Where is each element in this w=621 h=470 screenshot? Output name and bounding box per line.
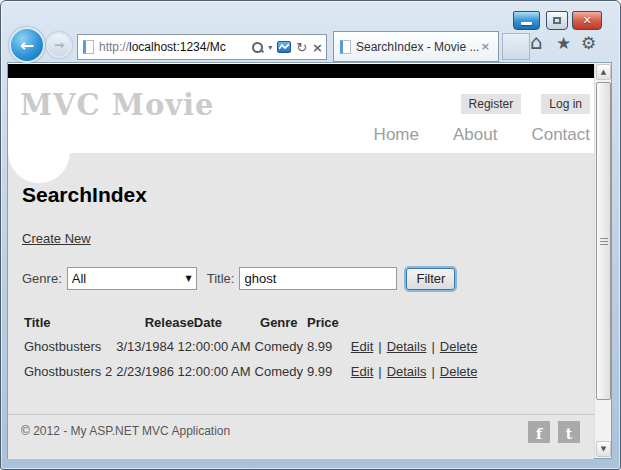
auth-links: Register Log in <box>461 94 590 114</box>
select-caret-icon: ▼ <box>186 274 192 283</box>
page-viewport: MVC Movie Register Log in Home About Con… <box>7 62 612 459</box>
filter-form: Genre: All ▼ Title: Filter <box>22 267 455 290</box>
site-header: MVC Movie Register Log in Home About Con… <box>8 78 594 153</box>
scrollbar-grip-icon <box>600 238 608 246</box>
page-content: MVC Movie Register Log in Home About Con… <box>8 78 594 459</box>
table-header-row: Title ReleaseDate Genre Price <box>22 311 479 334</box>
main-content: SearchIndex Create New Genre: All ▼ Titl… <box>8 153 594 414</box>
social-links: f t <box>528 421 580 443</box>
col-header-releasedate: ReleaseDate <box>114 311 252 334</box>
nav-item-home[interactable]: Home <box>374 125 419 145</box>
cell-genre: Comedy <box>253 334 305 359</box>
col-header-actions <box>341 311 480 334</box>
search-icon[interactable] <box>251 41 263 53</box>
site-nav: Home About Contact <box>374 125 590 145</box>
delete-link[interactable]: Delete <box>440 364 478 379</box>
forward-button[interactable]: → <box>46 32 72 58</box>
forward-arrow-icon: → <box>54 39 64 51</box>
login-button[interactable]: Log in <box>541 94 590 114</box>
cell-title: Ghostbusters 2 <box>22 359 114 384</box>
url-scheme: http:// <box>99 40 129 54</box>
table-row: Ghostbusters 3/13/1984 12:00:00 AM Comed… <box>22 334 479 359</box>
address-bar[interactable]: http://localhost:1234/Mc ▾ ↻ × <box>77 34 327 60</box>
title-label: Title: <box>207 271 235 286</box>
table-row: Ghostbusters 2 2/23/1986 12:00:00 AM Com… <box>22 359 479 384</box>
autocomplete-caret-icon[interactable]: ▾ <box>268 43 272 52</box>
nav-item-contact[interactable]: Contact <box>531 125 590 145</box>
nav-item-about[interactable]: About <box>453 125 497 145</box>
genre-select[interactable]: All ▼ <box>67 267 197 290</box>
cell-price: 9.99 <box>305 359 341 384</box>
address-bar-icons: ▾ ↻ × <box>251 40 323 55</box>
url-text[interactable]: http://localhost:1234/Mc <box>99 40 249 54</box>
copyright-text: © 2012 - My ASP.NET MVC Application <box>21 424 230 438</box>
url-rest: localhost:1234/Mc <box>129 40 226 54</box>
edit-link[interactable]: Edit <box>351 339 373 354</box>
cell-genre: Comedy <box>253 359 305 384</box>
facebook-icon[interactable]: f <box>528 421 550 443</box>
vertical-scrollbar[interactable]: ▲ ▼ <box>594 63 611 458</box>
maximize-icon <box>553 17 561 24</box>
twitter-icon[interactable]: t <box>558 421 580 443</box>
close-button[interactable]: ✕ <box>572 11 602 30</box>
tab-close-icon[interactable]: × <box>479 40 492 53</box>
delete-link[interactable]: Delete <box>440 339 478 354</box>
tab-title: SearchIndex - Movie ... <box>356 40 479 54</box>
cell-actions: Edit|Details|Delete <box>341 334 480 359</box>
register-button[interactable]: Register <box>461 94 522 114</box>
new-tab-button[interactable] <box>502 33 530 60</box>
create-new-link[interactable]: Create New <box>22 231 91 246</box>
close-icon: ✕ <box>582 14 591 27</box>
cell-actions: Edit|Details|Delete <box>341 359 480 384</box>
edit-link[interactable]: Edit <box>351 364 373 379</box>
minimize-button[interactable] <box>513 11 540 30</box>
cell-price: 8.99 <box>305 334 341 359</box>
action-separator: | <box>373 364 386 379</box>
tab-page-icon <box>340 40 351 54</box>
back-arrow-icon: ← <box>20 37 34 54</box>
minimize-icon <box>521 22 532 25</box>
scroll-up-button[interactable]: ▲ <box>596 64 611 80</box>
genre-label: Genre: <box>22 271 62 286</box>
page-title: SearchIndex <box>22 183 147 207</box>
page-icon <box>83 40 94 54</box>
col-header-title: Title <box>22 311 114 334</box>
compatibility-view-icon[interactable] <box>277 41 291 53</box>
scroll-down-button[interactable]: ▼ <box>596 441 611 457</box>
title-input[interactable] <box>239 267 397 290</box>
col-header-genre: Genre <box>253 311 305 334</box>
tools-gear-icon[interactable]: ⚙ <box>581 33 596 53</box>
action-separator: | <box>426 364 439 379</box>
stop-icon[interactable]: × <box>312 40 323 55</box>
genre-selected-value: All <box>72 271 86 286</box>
browser-window: ✕ ← → http://localhost:1234/Mc ▾ ↻ × Se <box>0 0 621 470</box>
favorites-star-icon[interactable]: ★ <box>556 33 571 53</box>
cell-release-date: 2/23/1986 12:00:00 AM <box>114 359 252 384</box>
browser-tab[interactable]: SearchIndex - Movie ... × <box>333 31 499 62</box>
accent-circle <box>8 121 70 183</box>
filter-button[interactable]: Filter <box>406 268 455 290</box>
home-icon[interactable]: ⌂ <box>530 30 543 54</box>
action-separator: | <box>426 339 439 354</box>
cell-title: Ghostbusters <box>22 334 114 359</box>
action-separator: | <box>373 339 386 354</box>
movies-table: Title ReleaseDate Genre Price Ghostbuste… <box>22 311 479 384</box>
scroll-down-icon: ▼ <box>601 445 606 453</box>
site-logo[interactable]: MVC Movie <box>20 88 215 122</box>
cell-release-date: 3/13/1984 12:00:00 AM <box>114 334 252 359</box>
refresh-icon[interactable]: ↻ <box>296 40 307 55</box>
compatibility-wave <box>279 43 289 51</box>
maximize-button[interactable] <box>546 11 568 30</box>
details-link[interactable]: Details <box>387 364 427 379</box>
top-black-bar <box>8 64 611 78</box>
browser-toolbar: ← → http://localhost:1234/Mc ▾ ↻ × Searc… <box>1 29 620 63</box>
scroll-up-icon: ▲ <box>601 68 606 76</box>
site-footer: © 2012 - My ASP.NET MVC Application f t <box>8 414 594 459</box>
col-header-price: Price <box>305 311 341 334</box>
details-link[interactable]: Details <box>387 339 427 354</box>
scrollbar-thumb[interactable] <box>596 82 611 400</box>
back-button[interactable]: ← <box>9 27 45 63</box>
